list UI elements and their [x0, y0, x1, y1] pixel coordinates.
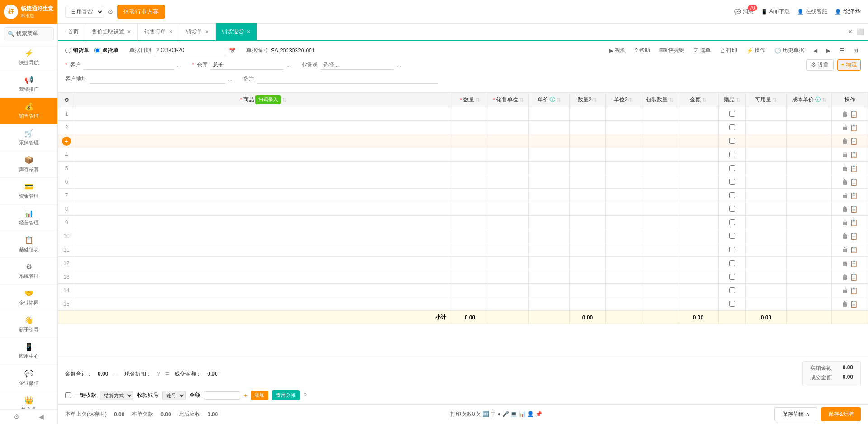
gift-cell-1[interactable] — [719, 107, 746, 121]
tab-sales-bill-close[interactable]: ✕ — [205, 29, 209, 35]
shortcut-btn[interactable]: ⌨ 快捷键 — [656, 45, 687, 56]
gift-checkbox-6[interactable] — [729, 179, 735, 185]
sales-unit-cell-1[interactable] — [488, 107, 529, 121]
bank-account-select[interactable]: 账号 — [162, 391, 186, 400]
cost-price-cell-3[interactable] — [787, 134, 832, 148]
copy-10[interactable]: 📋 — [850, 233, 858, 240]
qty2-cell-1[interactable] — [570, 107, 606, 121]
delete-8[interactable]: 🗑 — [842, 205, 848, 213]
tab-sales-return-close[interactable]: ✕ — [246, 29, 250, 35]
copy-14[interactable]: 📋 — [850, 287, 858, 294]
gift-checkbox-13[interactable] — [729, 274, 735, 280]
tab-sales-order[interactable]: 销售订单 ✕ — [138, 23, 179, 40]
cost-price-cell-2[interactable] — [787, 121, 832, 134]
available-cell-2[interactable] — [746, 121, 787, 134]
gift-checkbox-7[interactable] — [729, 192, 735, 198]
header-gear-icon[interactable]: ⚙ — [108, 8, 113, 15]
radio-sales-bill-input[interactable] — [65, 48, 71, 53]
unit2-cell-2[interactable] — [606, 121, 642, 134]
sidebar-item-basic-info[interactable]: 📋 基础信息 — [0, 231, 57, 258]
gift-checkbox-11[interactable] — [729, 247, 735, 252]
product-cell-2[interactable] — [75, 121, 452, 134]
operation-btn[interactable]: ⚡ 操作 — [744, 45, 768, 56]
address-more-btn[interactable]: ... — [228, 76, 232, 82]
message-btn[interactable]: 💬 消息 70 — [734, 8, 754, 15]
delete-6[interactable]: 🗑 — [842, 178, 848, 186]
price-info-icon[interactable]: ⓘ — [550, 96, 555, 104]
copy-12[interactable]: 📋 — [850, 260, 858, 267]
qty-cell-3[interactable] — [452, 134, 488, 148]
delete-12[interactable]: 🗑 — [842, 260, 848, 267]
delete-row-1-btn[interactable]: 🗑 — [842, 110, 848, 118]
experience-button[interactable]: 体验行业方案 — [117, 5, 165, 19]
copy-13[interactable]: 📋 — [850, 273, 858, 281]
fee-tab-btn[interactable]: 费用分摊 — [272, 390, 300, 400]
save-draft-button[interactable]: 保存草稿 ∧ — [774, 407, 817, 421]
pack-qty-cell-2[interactable] — [642, 121, 678, 134]
copy-row-2-btn[interactable]: 📋 — [850, 124, 858, 131]
amount-cell-3[interactable] — [678, 134, 719, 148]
delete-14[interactable]: 🗑 — [842, 287, 848, 294]
sales-unit-cell-3[interactable] — [488, 134, 529, 148]
add-payment-icon[interactable]: + — [244, 392, 247, 399]
sidebar-item-enterprise-wechat[interactable]: 💬 企业微信 — [0, 365, 57, 391]
gift-checkbox-4[interactable] — [729, 152, 735, 157]
delete-9[interactable]: 🗑 — [842, 219, 848, 226]
sidebar-item-purchase[interactable]: 🛒 采购管理 — [0, 124, 57, 151]
save-new-button[interactable]: 保存&新增 — [821, 407, 861, 421]
add-payment-btn[interactable]: 添加 — [251, 391, 268, 400]
gift-checkbox-9[interactable] — [729, 219, 735, 225]
gift-checkbox-14[interactable] — [729, 287, 735, 293]
copy-7[interactable]: 📋 — [850, 192, 858, 199]
sidebar-item-app-center[interactable]: 📱 应用中心 — [0, 338, 57, 365]
qty2-cell-2[interactable] — [570, 121, 606, 134]
category-breadcrumb[interactable]: 日用百货 — [65, 6, 104, 18]
close-tab-btn[interactable]: ✕ — [848, 28, 853, 35]
price-cell-3[interactable] — [529, 134, 570, 148]
radio-return-bill[interactable]: 退货单 — [94, 47, 118, 54]
copy-row-3-btn[interactable]: 📋 — [850, 138, 858, 145]
th-gear[interactable]: ⚙ — [58, 93, 75, 107]
sidebar-item-marketing[interactable]: 📢 营销推广 — [0, 71, 57, 98]
maximize-btn[interactable]: ⬜ — [857, 28, 864, 35]
customer-more-btn[interactable]: ... — [177, 62, 181, 68]
fee-help-icon[interactable]: ? — [303, 392, 307, 399]
gift-checkbox-3[interactable] — [729, 138, 735, 144]
select-btn[interactable]: ☑ 选单 — [691, 45, 713, 56]
copy-row-1-btn[interactable]: 📋 — [850, 110, 858, 118]
delete-11[interactable]: 🗑 — [842, 246, 848, 253]
online-service-btn[interactable]: 👤 在线客服 — [797, 8, 827, 15]
add-row-btn[interactable]: + — [62, 137, 71, 146]
sidebar-item-inventory[interactable]: 📦 库存核算 — [0, 151, 57, 178]
search-menu-button[interactable]: 🔍 搜索菜单 — [4, 27, 54, 40]
collapse-btn[interactable]: ◀ — [39, 413, 44, 420]
calendar-icon[interactable]: 📅 — [229, 48, 236, 54]
sidebar-item-enterprise[interactable]: 🤝 企业协同 — [0, 285, 57, 311]
product-cell-1[interactable] — [75, 107, 452, 121]
staff-input[interactable] — [321, 60, 394, 70]
copy-9[interactable]: 📋 — [850, 219, 858, 226]
help-btn[interactable]: ? 帮助 — [632, 45, 653, 56]
logistics-button[interactable]: + 物流 — [837, 59, 861, 71]
gift-cell-3[interactable] — [719, 134, 746, 148]
sidebar-item-guide[interactable]: 👋 新手引导 — [0, 311, 57, 338]
amount-cell-1[interactable] — [678, 107, 719, 121]
qty2-cell-3[interactable] — [570, 134, 606, 148]
gift-checkbox-12[interactable] — [729, 260, 735, 266]
price-cell-1[interactable] — [529, 107, 570, 121]
warehouse-more-btn[interactable]: ... — [286, 62, 291, 68]
delete-15[interactable]: 🗑 — [842, 300, 848, 308]
delete-row-3-btn[interactable]: 🗑 — [842, 138, 848, 145]
customer-input[interactable] — [84, 60, 174, 70]
copy-4[interactable]: 📋 — [850, 151, 858, 158]
nav-next-btn[interactable]: ▶ — [824, 46, 833, 55]
unit2-cell-3[interactable] — [606, 134, 642, 148]
copy-11[interactable]: 📋 — [850, 246, 858, 253]
view-list-btn[interactable]: ☰ — [837, 46, 847, 55]
price-cell-2[interactable] — [529, 121, 570, 134]
video-btn[interactable]: ▶ 视频 — [607, 45, 628, 56]
qty-cell-1[interactable] — [452, 107, 488, 121]
copy-6[interactable]: 📋 — [850, 178, 858, 186]
delete-4[interactable]: 🗑 — [842, 151, 848, 158]
tab-price-settings-close[interactable]: ✕ — [127, 29, 131, 35]
